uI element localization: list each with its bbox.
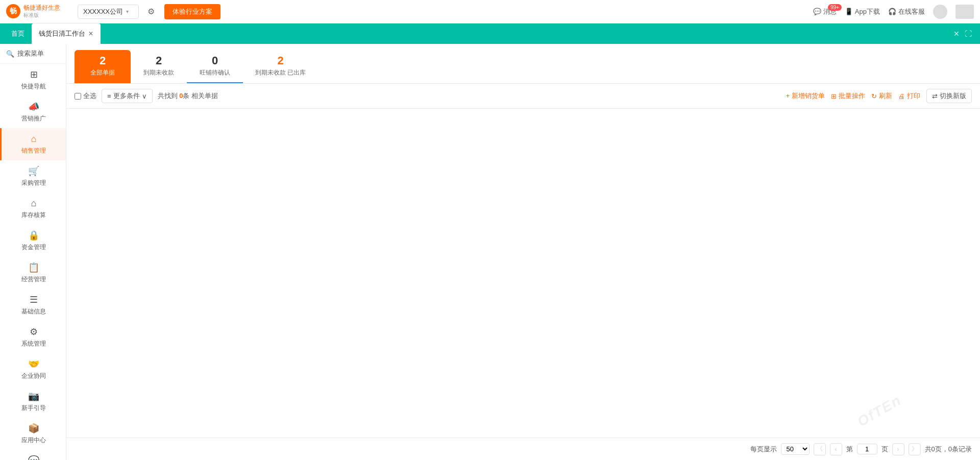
sidebar-item-operations[interactable]: 📋 经营管理 [0, 257, 66, 289]
table-area [66, 109, 980, 438]
sidebar-item-inventory[interactable]: ⌂ 库存核算 [0, 192, 66, 225]
stat-tab-overdue[interactable]: 2 到期未收款 [131, 50, 187, 83]
switch-icon: ⇄ [932, 92, 938, 100]
select-all-checkbox[interactable]: 全选 [75, 91, 96, 101]
next-page-btn[interactable]: › [892, 443, 904, 455]
avatar-extra[interactable] [955, 5, 974, 19]
mobile-icon: 📱 [845, 8, 853, 15]
switch-version-btn[interactable]: ⇄ 切换新版 [926, 89, 972, 103]
filter-icon: ≡ [107, 92, 111, 100]
filter-button[interactable]: ≡ 更多条件 ∨ [102, 89, 153, 103]
cooperation-icon: 🤝 [28, 358, 39, 370]
sidebar-label-purchase: 采购管理 [21, 179, 46, 187]
last-page-btn[interactable]: 》 [909, 443, 921, 455]
stat-label-all: 全部单据 [90, 68, 115, 77]
app-download-btn[interactable]: 📱 App下载 [845, 7, 880, 16]
sidebar-item-app-center[interactable]: 📦 应用中心 [0, 418, 66, 450]
settings-button[interactable]: ⚙ [143, 4, 159, 20]
sidebar-item-basic-info[interactable]: ☰ 基础信息 [0, 289, 66, 321]
stat-tab-pending[interactable]: 0 旺铺待确认 [187, 50, 243, 83]
stat-num-all: 2 [100, 54, 106, 67]
marketing-icon: 📣 [28, 101, 39, 112]
batch-operation-btn[interactable]: ⊞ 批量操作 [831, 91, 865, 101]
toolbar-left: 全选 ≡ 更多条件 ∨ 共找到 0条 相关单据 [75, 89, 218, 103]
sidebar-item-system[interactable]: ⚙ 系统管理 [0, 321, 66, 353]
sidebar-search[interactable]: 🔍 搜索菜单 [0, 44, 66, 64]
tab-bar-right: ✕ ⛶ [953, 30, 976, 38]
stat-label-overdue-out: 到期未收款 已出库 [255, 68, 306, 77]
app-center-icon: 📦 [28, 423, 39, 434]
refresh-btn[interactable]: ↻ 刷新 [871, 91, 892, 101]
page-suffix-label: 页 [881, 445, 888, 454]
sidebar-item-wechat[interactable]: 💬 企业微信 [0, 450, 66, 460]
current-page-input[interactable] [857, 444, 877, 454]
tab-close-window-icon[interactable]: ✕ [953, 30, 960, 38]
sidebar-label-operations: 经营管理 [21, 275, 46, 284]
print-icon: 🖨 [898, 92, 905, 100]
guide-icon: 📷 [28, 391, 39, 402]
print-btn[interactable]: 🖨 打印 [898, 91, 920, 101]
sidebar-label-app-center: 应用中心 [21, 436, 46, 445]
purchase-icon: 🛒 [28, 165, 39, 177]
headset-icon: 🎧 [888, 8, 896, 15]
pagination-bar: 每页显示 50 20 100 《 ‹ 第 页 › 》 共0页，0条记录 [66, 438, 980, 460]
stat-label-overdue: 到期未收款 [143, 68, 174, 77]
sidebar-label-finance: 资金管理 [21, 243, 46, 252]
sidebar-label-cooperation: 企业协同 [21, 372, 46, 380]
filter-label: 更多条件 [113, 91, 140, 101]
search-label: 搜索菜单 [17, 49, 44, 58]
tab-workbench[interactable]: 钱货日清工作台 ✕ [32, 23, 101, 44]
sidebar-item-guide[interactable]: 📷 新手引导 [0, 385, 66, 418]
select-all-input[interactable] [75, 93, 81, 100]
search-icon: 🔍 [6, 50, 14, 58]
prev-page-icon: ‹ [835, 446, 837, 453]
tab-expand-icon[interactable]: ⛶ [965, 30, 972, 38]
sidebar-label-basic-info: 基础信息 [21, 307, 46, 316]
experience-btn[interactable]: 体验行业方案 [164, 4, 220, 19]
per-page-select[interactable]: 50 20 100 [781, 443, 810, 455]
sidebar-label-inventory: 库存核算 [21, 211, 46, 220]
message-btn[interactable]: 💬 消息 99+ [813, 7, 837, 16]
first-page-icon: 《 [817, 445, 823, 453]
inventory-icon: ⌂ [28, 198, 39, 209]
stats-tabs: 2 全部单据 2 到期未收款 0 旺铺待确认 2 到期未收款 已出库 [66, 44, 980, 84]
sidebar-item-quick-nav[interactable]: ⊞ 快捷导航 [0, 64, 66, 96]
sidebar-item-finance[interactable]: 🔒 资金管理 [0, 225, 66, 257]
sidebar-item-sales[interactable]: ⌂ 销售管理 [0, 128, 66, 160]
batch-icon: ⊞ [831, 92, 837, 100]
logo-icon: 畅 [6, 4, 20, 18]
online-service-btn[interactable]: 🎧 在线客服 [888, 7, 925, 16]
logo-area: 畅 畅捷通好生意 标准版 [6, 4, 72, 18]
sidebar-item-cooperation[interactable]: 🤝 企业协同 [0, 353, 66, 385]
main-layout: 🔍 搜索菜单 ⊞ 快捷导航 📣 营销推广 ⌂ 销售管理 🛒 采购管理 ⌂ 库存核… [0, 44, 980, 460]
company-selector[interactable]: XXXXXX公司 ▾ [78, 5, 139, 19]
stat-tab-overdue-out[interactable]: 2 到期未收款 已出库 [243, 50, 318, 83]
company-name: XXXXXX公司 [83, 7, 123, 16]
stat-num-overdue: 2 [156, 54, 162, 67]
content-area: 2 全部单据 2 到期未收款 0 旺铺待确认 2 到期未收款 已出库 全选 [66, 44, 980, 460]
select-all-label: 全选 [83, 91, 96, 101]
page-prefix-label: 第 [846, 445, 853, 454]
prev-page-btn[interactable]: ‹ [830, 443, 842, 455]
stat-label-pending: 旺铺待确认 [200, 68, 230, 77]
first-page-btn[interactable]: 《 [814, 443, 826, 455]
toolbar-right: + 新增销货单 ⊞ 批量操作 ↻ 刷新 🖨 打印 ⇄ 切换新版 [786, 89, 972, 103]
logo-name: 畅捷通好生意 [23, 4, 60, 11]
header-right: 💬 消息 99+ 📱 App下载 🎧 在线客服 [813, 5, 974, 19]
filter-arrow-icon: ∨ [142, 92, 147, 100]
sales-icon: ⌂ [28, 133, 39, 144]
sidebar-item-marketing[interactable]: 📣 营销推广 [0, 96, 66, 128]
top-header: 畅 畅捷通好生意 标准版 XXXXXX公司 ▾ ⚙ 体验行业方案 💬 消息 99… [0, 0, 980, 23]
avatar[interactable] [933, 5, 947, 19]
next-page-icon: › [897, 446, 899, 453]
sidebar-item-purchase[interactable]: 🛒 采购管理 [0, 160, 66, 192]
wechat-icon: 💬 [28, 455, 39, 460]
logo-sub: 标准版 [23, 12, 60, 19]
sidebar: 🔍 搜索菜单 ⊞ 快捷导航 📣 营销推广 ⌂ 销售管理 🛒 采购管理 ⌂ 库存核… [0, 44, 66, 460]
tab-home[interactable]: 首页 [4, 23, 32, 44]
basic-info-icon: ☰ [28, 294, 39, 305]
tab-bar: 首页 钱货日清工作台 ✕ ✕ ⛶ [0, 23, 980, 44]
tab-close-icon[interactable]: ✕ [88, 30, 93, 37]
add-sales-order-btn[interactable]: + 新增销货单 [786, 91, 825, 101]
stat-tab-all[interactable]: 2 全部单据 [75, 50, 131, 83]
